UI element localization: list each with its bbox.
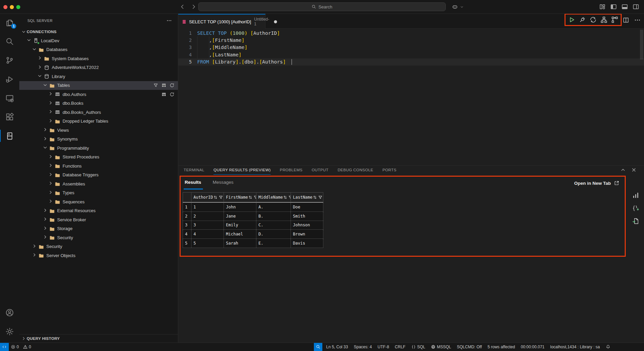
grid-cell[interactable]: Brown <box>291 230 323 239</box>
grid-cell[interactable]: Jane <box>224 212 256 221</box>
row-number[interactable]: 1 <box>183 203 191 211</box>
filter-icon[interactable] <box>153 83 158 88</box>
back-icon[interactable] <box>179 4 185 10</box>
tree-item-dbo-books[interactable]: dbo.Books <box>19 99 178 108</box>
save-json-icon[interactable] <box>632 205 639 212</box>
chevron-right-icon[interactable] <box>43 136 49 142</box>
open-in-new-tab-button[interactable]: Open in New Tab <box>574 180 619 186</box>
close-window-button[interactable] <box>3 5 7 9</box>
tree-item-assemblies[interactable]: Assemblies <box>19 179 178 189</box>
row-number[interactable]: 3 <box>183 221 191 230</box>
sort-icon[interactable] <box>248 195 253 200</box>
grid-cell[interactable]: 3 <box>191 221 224 230</box>
grid-cell[interactable]: 4 <box>191 230 224 239</box>
row-number[interactable]: 2 <box>183 212 191 221</box>
code-line-3[interactable]: 3 ,[MiddleName] <box>178 44 644 51</box>
code-editor[interactable]: 1SELECT TOP (1000) [AuthorID]2 ,[FirstNa… <box>178 29 644 165</box>
chevron-right-icon[interactable] <box>43 217 49 223</box>
grid-cell[interactable]: A. <box>256 203 291 211</box>
panel-tab-output[interactable]: OUTPUT <box>312 166 328 175</box>
activity-bar-item-extensions[interactable] <box>0 109 19 125</box>
chevron-right-icon[interactable] <box>48 163 54 169</box>
toggle-panel-icon[interactable] <box>621 3 628 10</box>
tree-item-functions[interactable]: Functions <box>19 161 178 171</box>
grid-cell[interactable]: Johnson <box>291 221 323 230</box>
panel-tab-terminal[interactable]: TERMINAL <box>184 166 204 175</box>
toggle-sidebar-icon[interactable] <box>610 3 617 10</box>
grid-row-4[interactable]: 44MichaelD.Brown <box>183 230 323 239</box>
code-line-2[interactable]: 2 ,[FirstName] <box>178 36 644 44</box>
status-encoding[interactable]: UTF-8 <box>375 343 391 351</box>
change-connection-icon[interactable] <box>590 16 597 23</box>
tree-item-programmability[interactable]: Programmability <box>19 144 178 153</box>
chevron-right-icon[interactable] <box>43 208 49 214</box>
forward-icon[interactable] <box>191 4 197 10</box>
activity-bar-item-settings[interactable] <box>0 324 19 339</box>
zoom-window-button[interactable] <box>16 5 20 9</box>
grid-header-firstname[interactable]: FirstName <box>224 192 256 203</box>
tree-item-localdev[interactable]: LocalDev <box>19 36 178 45</box>
row-number[interactable]: 4 <box>183 230 191 239</box>
tree-item-dbo-books-authors[interactable]: dbo.Books_Authors <box>19 108 178 117</box>
chevron-right-icon[interactable] <box>43 226 49 232</box>
maximize-panel-icon[interactable] <box>620 167 626 173</box>
chevron-right-icon[interactable] <box>43 127 49 133</box>
tree-item-security[interactable]: Security <box>19 242 178 251</box>
grid-cell[interactable]: C. <box>256 221 291 230</box>
results-tab-results[interactable]: Results <box>185 180 201 185</box>
tree-item-databases[interactable]: Databases <box>19 45 178 54</box>
grid-cell[interactable]: 1 <box>191 203 224 211</box>
toggle-secondary-sidebar-icon[interactable] <box>632 3 639 10</box>
refresh-icon[interactable] <box>169 83 175 88</box>
code-line-1[interactable]: 1SELECT TOP (1000) [AuthorID] <box>178 29 644 36</box>
chevron-right-icon[interactable] <box>32 252 38 258</box>
modified-indicator[interactable] <box>274 20 277 23</box>
tree-item-system-databases[interactable]: System Databases <box>19 54 178 63</box>
grid-cell[interactable]: Davis <box>291 239 323 248</box>
status-sqlcmd[interactable]: SQLCMD: Off <box>455 343 484 351</box>
grid-header-middlename[interactable]: MiddleName <box>256 192 291 203</box>
split-editor-icon[interactable] <box>623 17 629 23</box>
tree-item-security[interactable]: Security <box>19 233 178 242</box>
status-zoom-indicator[interactable] <box>314 343 323 351</box>
grid-cell[interactable]: 5 <box>191 239 224 248</box>
grid-header-authorid[interactable]: AuthorID <box>191 192 224 203</box>
tree-item-adventureworkslt2022[interactable]: AdventureWorksLT2022 <box>19 63 178 72</box>
chevron-down-icon[interactable] <box>26 37 32 44</box>
status-notifications[interactable] <box>604 343 613 351</box>
chevron-right-icon[interactable] <box>48 172 54 178</box>
chevron-right-icon[interactable] <box>48 118 54 124</box>
grid-cell[interactable]: Sarah <box>224 239 256 248</box>
chevron-right-icon[interactable] <box>37 55 43 61</box>
grid-row-1[interactable]: 11JohnA.Doe <box>183 203 323 212</box>
tree-item-service-broker[interactable]: Service Broker <box>19 215 178 224</box>
grid-cell[interactable]: D. <box>256 230 291 239</box>
tree-item-dropped-ledger-tables[interactable]: Dropped Ledger Tables <box>19 117 178 126</box>
chart-icon[interactable] <box>632 192 639 199</box>
status-rows-affected[interactable]: 5 rows affected <box>486 343 517 351</box>
disconnect-icon[interactable] <box>579 16 586 23</box>
chevron-right-icon[interactable] <box>48 199 54 205</box>
sort-icon[interactable] <box>283 195 288 200</box>
panel-tab-query-results-preview[interactable]: QUERY RESULTS (PREVIEW) <box>213 166 271 175</box>
chevron-right-icon[interactable] <box>48 181 54 187</box>
actual-plan-icon[interactable] <box>611 16 618 23</box>
tree-item-dbo-authors[interactable]: dbo.Authors <box>19 90 178 99</box>
row-number[interactable]: 5 <box>183 239 191 248</box>
run-query-icon[interactable] <box>568 16 575 23</box>
chevron-down-icon[interactable] <box>43 145 49 151</box>
status-indentation[interactable]: Spaces: 4 <box>352 343 374 351</box>
tree-item-stored-procedures[interactable]: Stored Procedures <box>19 153 178 162</box>
chevron-right-icon[interactable] <box>37 65 43 71</box>
tree-item-library[interactable]: Library <box>19 72 178 81</box>
activity-bar-item-remote-explorer[interactable] <box>0 90 19 106</box>
grid-cell[interactable]: Michael <box>224 230 256 239</box>
status-language-mode[interactable]: SQL <box>409 343 428 351</box>
activity-bar-item-accounts[interactable] <box>0 305 19 320</box>
grid-cell[interactable]: 2 <box>191 212 224 221</box>
editor-scrollbar[interactable] <box>640 30 643 59</box>
status-warnings[interactable]: 0 <box>21 343 33 351</box>
activity-bar-item-sql-server[interactable] <box>0 128 19 144</box>
chevron-right-icon[interactable] <box>43 234 49 241</box>
chevron-down-icon[interactable] <box>43 82 49 89</box>
